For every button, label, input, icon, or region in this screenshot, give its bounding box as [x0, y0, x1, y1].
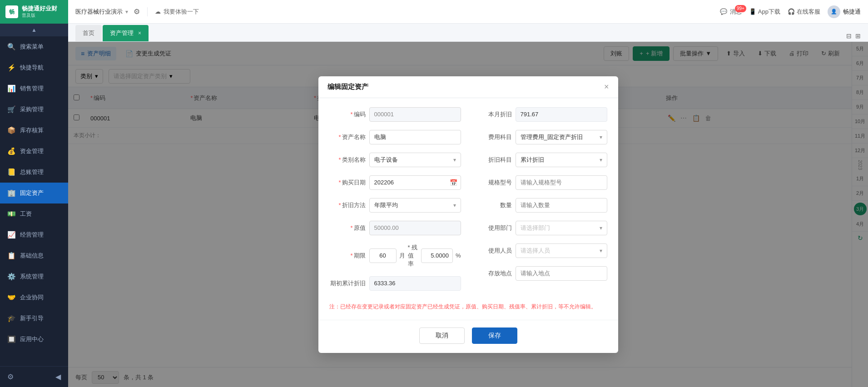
sidebar-settings-icon[interactable]: ⚙	[7, 372, 14, 381]
category-select[interactable]: 电子设备 ▾	[369, 153, 461, 167]
purchase-date-input[interactable]	[369, 175, 461, 190]
sidebar-item-capital[interactable]: 💰 资金管理	[0, 141, 68, 162]
quantity-input[interactable]	[516, 198, 607, 213]
dep-subject-select[interactable]: 累计折旧 ▾	[516, 153, 607, 167]
sidebar-item-label: 工资	[20, 210, 32, 218]
tab-minimize-icon[interactable]: ⊟	[846, 32, 852, 40]
user-menu[interactable]: 👤 畅捷通	[828, 5, 861, 18]
tab-close-icon[interactable]: ×	[138, 30, 141, 36]
sidebar-item-label: 销售管理	[20, 84, 44, 93]
modal-close-btn[interactable]: ×	[604, 82, 609, 92]
quantity-label: 数量	[476, 201, 512, 209]
username: 畅捷通	[843, 8, 861, 16]
department-label: 使用部门	[476, 224, 512, 232]
enterprise-icon: 🤝	[7, 293, 15, 302]
sidebar-item-label: 应用中心	[20, 335, 44, 343]
tab-home[interactable]: 首页	[75, 25, 102, 41]
purchase-date-label: *购买日期	[329, 179, 366, 187]
period-input[interactable]	[369, 248, 397, 263]
sidebar-item-label: 固定资产	[20, 189, 44, 197]
sidebar-item-sales[interactable]: 📊 销售管理	[0, 78, 68, 99]
form-row-department: 使用部门 请选择部门 ▾	[476, 221, 607, 235]
sidebar-item-purchase[interactable]: 🛒 采购管理	[0, 99, 68, 120]
expense-subject-select[interactable]: 管理费用_固定资产折旧 ▾	[516, 130, 607, 144]
expense-chevron-icon: ▾	[600, 134, 602, 140]
topbar-settings-icon[interactable]: ⚙	[134, 7, 140, 16]
sidebar-item-quick-nav[interactable]: ⚡ 快捷导航	[0, 57, 68, 78]
headset-icon: 🎧	[788, 8, 795, 15]
form-row-category: *类别名称 电子设备 ▾	[329, 153, 461, 167]
percent-sign: %	[456, 252, 461, 259]
sidebar-item-fixed-assets[interactable]: 🏢 固定资产	[0, 183, 68, 203]
online-service-btn[interactable]: 🎧 在线客服	[788, 8, 820, 16]
storage-input[interactable]	[516, 266, 607, 281]
notification-btn[interactable]: 💬 消息 99+	[720, 8, 742, 16]
depreciation-method-label: *折旧方法	[329, 201, 366, 209]
tab-expand-icon[interactable]: ⊞	[855, 32, 861, 40]
save-btn[interactable]: 保存	[472, 327, 517, 344]
user-select[interactable]: 请选择人员 ▾	[516, 243, 607, 258]
cancel-btn[interactable]: 取消	[419, 327, 465, 344]
company-selector[interactable]: 医疗器械行业演示 ▾	[75, 8, 128, 16]
form-row-code: *编码	[329, 107, 461, 122]
department-placeholder: 请选择部门	[521, 224, 550, 232]
capital-icon: 💰	[7, 147, 15, 155]
code-input[interactable]	[369, 107, 461, 122]
sidebar-item-app-center[interactable]: 🔲 应用中心	[0, 329, 68, 350]
sidebar-item-enterprise[interactable]: 🤝 企业协同	[0, 287, 68, 308]
inventory-icon: 📦	[7, 126, 15, 134]
sidebar-item-operations[interactable]: 📈 经营管理	[0, 224, 68, 245]
method-chevron-icon: ▾	[453, 202, 456, 208]
sidebar-item-search[interactable]: 🔍 搜索菜单	[0, 36, 68, 57]
period-fields: 月 * 残值率 %	[369, 243, 461, 268]
sidebar-item-inventory[interactable]: 📦 库存核算	[0, 120, 68, 141]
initial-depreciation-label: 期初累计折旧	[329, 279, 366, 288]
tab-expand-area: ⊟ ⊞	[846, 32, 861, 41]
residual-rate-input[interactable]	[421, 248, 453, 263]
dept-chevron-icon: ▾	[600, 225, 602, 231]
sidebar-nav: 🔍 搜索菜单 ⚡ 快捷导航 📊 销售管理 🛒 采购管理 📦 库存核算 💰 资金管…	[0, 36, 68, 366]
experience-btn[interactable]: ☁ 我要体验一下	[155, 8, 199, 16]
sidebar-item-payroll[interactable]: 💵 工资	[0, 203, 68, 224]
sidebar-item-guide[interactable]: 🎓 新手引导	[0, 308, 68, 329]
spec-model-input[interactable]	[516, 175, 607, 190]
experience-text: 我要体验一下	[164, 8, 199, 16]
sidebar-item-base-info[interactable]: 📋 基础信息	[0, 245, 68, 266]
operations-icon: 📈	[7, 231, 15, 239]
tab-asset-management[interactable]: 资产管理 ×	[103, 25, 149, 41]
form-row-asset-name: *资产名称	[329, 130, 461, 144]
user-chevron-icon: ▾	[600, 248, 602, 254]
form-row-quantity: 数量	[476, 198, 607, 213]
base-info-icon: 📋	[7, 252, 15, 260]
storage-label: 存放地点	[476, 269, 512, 278]
sidebar-scroll-up[interactable]: ▲	[0, 24, 68, 36]
app-version: 普及版	[22, 12, 57, 19]
app-center-icon: 🔲	[7, 335, 15, 343]
tabbar: 首页 资产管理 × ⊟ ⊞	[68, 24, 868, 42]
depreciation-method-select[interactable]: 年限平均 ▾	[369, 198, 461, 213]
sidebar: 畅 畅捷通好业财 普及版 ▲ 🔍 搜索菜单 ⚡ 快捷导航 📊 销售管理 🛒 采购…	[0, 0, 68, 387]
sidebar-item-label: 快捷导航	[20, 64, 44, 72]
quick-nav-icon: ⚡	[7, 64, 15, 72]
avatar: 👤	[828, 5, 840, 18]
sidebar-item-ledger[interactable]: 📒 总账管理	[0, 162, 68, 183]
app-download-label: App下载	[758, 8, 780, 16]
original-value-input[interactable]	[369, 221, 461, 235]
modal-overlay[interactable]: 编辑固定资产 × *编码	[68, 42, 868, 387]
form-row-depreciation-method: *折旧方法 年限平均 ▾	[329, 198, 461, 213]
sidebar-collapse-icon[interactable]: ◀	[55, 372, 61, 381]
edit-asset-modal: 编辑固定资产 × *编码	[318, 76, 618, 353]
period-unit: 月	[399, 252, 405, 260]
department-select[interactable]: 请选择部门 ▾	[516, 221, 607, 235]
company-chevron-icon: ▾	[125, 9, 128, 15]
asset-name-input[interactable]	[369, 130, 461, 144]
purchase-icon: 🛒	[7, 105, 15, 114]
code-label: *编码	[329, 110, 366, 119]
form-row-monthly-dep: 本月折旧 791.67	[476, 107, 607, 122]
fixed-assets-icon: 🏢	[7, 189, 15, 197]
form-row-dep-subject: 折旧科目 累计折旧 ▾	[476, 153, 607, 167]
app-download-btn[interactable]: 📱 App下载	[749, 8, 780, 16]
monthly-dep-label: 本月折旧	[476, 110, 512, 119]
guide-icon: 🎓	[7, 314, 15, 322]
sidebar-item-system[interactable]: ⚙️ 系统管理	[0, 266, 68, 287]
